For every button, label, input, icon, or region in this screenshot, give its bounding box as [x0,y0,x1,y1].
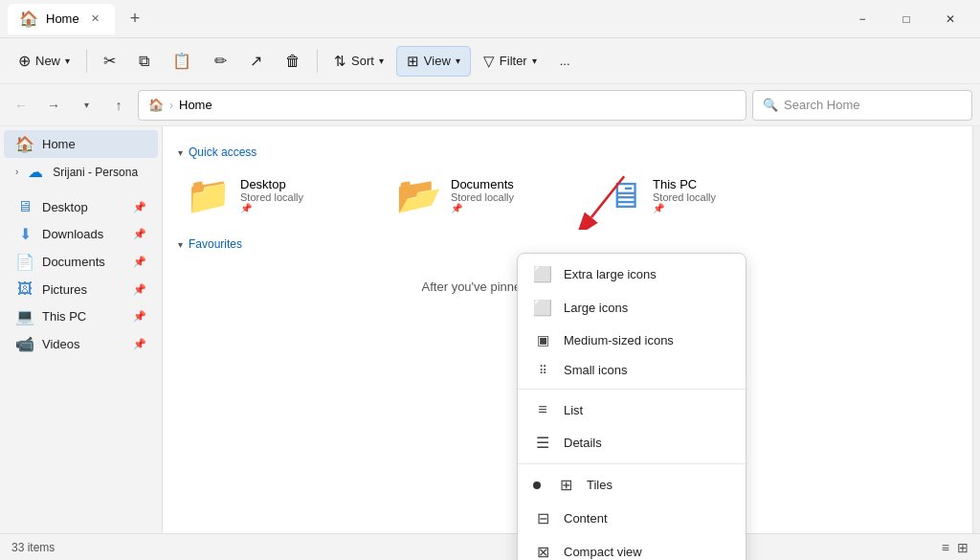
filter-button[interactable]: ▽ Filter ▾ [473,46,547,77]
pictures-label: Pictures [42,282,87,297]
documents-pin-icon: 📌 [133,256,146,268]
more-label: ... [560,54,570,68]
documents-label: Documents [42,255,105,269]
address-box[interactable]: 🏠 › Home [138,90,746,121]
extra-large-icon: ⬜ [533,265,552,283]
delete-icon: 🗑 [285,53,301,70]
menu-item-tiles[interactable]: ⊞ Tiles [518,468,746,502]
back-button[interactable]: ← [8,92,34,119]
downloads-pin-icon: 📌 [133,228,146,240]
toolbar-separator-2 [317,50,318,73]
sidebar-item-thispc[interactable]: 💻 This PC 📌 [4,302,158,330]
list-icon: ≡ [533,401,552,418]
menu-item-content[interactable]: ⊟ Content [518,502,746,535]
videos-label: Videos [42,337,80,351]
documents-file-sub: Stored locally [451,191,514,203]
menu-item-large-icons[interactable]: ⬜ Large icons [518,291,746,325]
search-box[interactable]: 🔍 Search Home [752,90,972,121]
new-tab-button[interactable]: + [122,5,148,33]
search-placeholder: Search Home [784,98,859,112]
home-address-icon: 🏠 [148,98,164,112]
thispc-icon: 💻 [15,307,34,325]
delete-button[interactable]: 🗑 [275,46,311,77]
sidebar-item-documents[interactable]: 📄 Documents 📌 [4,248,158,276]
address-bar-row: ← → ▾ ↑ 🏠 › Home 🔍 Search Home [0,84,980,126]
sidebar-item-downloads[interactable]: ⬇ Downloads 📌 [4,220,158,248]
expand-icon: › [15,167,18,177]
large-icons-label: Large icons [564,301,628,315]
status-right: ≡ ⊞ [942,540,969,555]
cut-icon: ✂ [103,52,116,70]
window-controls: − □ ✕ [840,4,972,34]
details-label: Details [564,436,602,450]
menu-item-medium-icons[interactable]: ▣ Medium-sized icons [518,325,746,355]
paste-icon: 📋 [172,52,191,70]
quick-access-label: Quick access [189,146,256,159]
sidebar-item-home[interactable]: 🏠 Home [4,130,158,158]
menu-item-extra-large-icons[interactable]: ⬜ Extra large icons [518,258,746,291]
small-icons-label: Small icons [564,363,627,377]
sidebar-item-desktop[interactable]: 🖥 Desktop 📌 [4,193,158,220]
new-chevron-icon: ▾ [65,56,70,66]
desktop-label: Desktop [42,200,88,214]
recent-button[interactable]: ▾ [73,92,100,119]
sidebar-item-persona[interactable]: › ☁ Srijani - Persona [4,158,158,186]
minimize-button[interactable]: − [840,4,884,34]
thispc-large-icon: 🖥 [607,175,643,216]
tab-close-button[interactable]: ✕ [87,11,103,27]
documents-icon: 📄 [15,253,34,271]
favourites-chevron[interactable]: ▾ [178,239,183,250]
menu-item-list[interactable]: ≡ List [518,393,746,426]
forward-button[interactable]: → [40,92,67,119]
favourites-header: ▾ Favourites [178,237,957,251]
documents-file-name: Documents [451,177,514,191]
documents-folder-icon: 📂 [396,174,441,216]
tab-home[interactable]: 🏠 Home ✕ [8,4,115,34]
menu-item-details[interactable]: ☰ Details [518,426,746,459]
paste-button[interactable]: 📋 [162,45,202,77]
videos-pin-icon: 📌 [133,338,146,350]
home-icon: 🏠 [15,135,34,153]
sidebar-item-videos[interactable]: 📹 Videos 📌 [4,330,158,358]
filter-chevron-icon: ▾ [532,56,537,66]
desktop-file-name: Desktop [240,177,303,191]
grid-view-icon[interactable]: ⊞ [957,540,969,555]
videos-icon: 📹 [15,335,34,353]
details-icon: ☰ [533,434,552,452]
menu-item-compact-view[interactable]: ⊠ Compact view [518,535,746,560]
view-button[interactable]: ⊞ View ▾ [396,46,471,77]
share-button[interactable]: ↗ [239,45,273,77]
large-icons-icon: ⬜ [533,299,552,317]
copy-button[interactable]: ⧉ [128,46,160,77]
desktop-folder-icon: 📁 [186,174,231,216]
home-tab-icon: 🏠 [19,10,38,28]
quick-access-chevron[interactable]: ▾ [178,147,183,158]
menu-item-small-icons[interactable]: ⠿ Small icons [518,355,746,385]
file-item-documents[interactable]: 📂 Documents Stored locally 📌 [389,168,580,222]
view-label: View [424,54,451,68]
up-button[interactable]: ↑ [105,92,132,119]
sort-label: Sort [351,54,374,68]
sort-button[interactable]: ⇅ Sort ▾ [323,46,394,77]
sidebar-item-pictures[interactable]: 🖼 Pictures 📌 [4,276,158,302]
view-dropdown-menu: ⬜ Extra large icons ⬜ Large icons ▣ Medi… [517,253,746,560]
maximize-button[interactable]: □ [884,4,928,34]
toolbar: ⊕ New ▾ ✂ ⧉ 📋 ✏ ↗ 🗑 ⇅ Sort ▾ ⊞ View ▾ ▽ … [0,38,980,84]
more-button[interactable]: ... [549,47,581,75]
favourites-label: Favourites [189,237,242,251]
cloud-icon: ☁ [26,163,45,181]
menu-separator-2 [518,463,746,464]
cut-button[interactable]: ✂ [93,45,126,77]
rename-button[interactable]: ✏ [204,45,237,77]
new-button[interactable]: ⊕ New ▾ [8,45,80,77]
main-content: 🏠 Home › ☁ Srijani - Persona 🖥 Desktop 📌… [0,126,980,533]
rename-icon: ✏ [214,52,227,70]
right-scrollbar[interactable] [972,126,980,533]
documents-pin-marker: 📌 [451,203,514,213]
file-item-desktop[interactable]: 📁 Desktop Stored locally 📌 [178,168,369,222]
downloads-icon: ⬇ [15,225,34,243]
list-view-icon[interactable]: ≡ [942,540,949,555]
file-item-thispc[interactable]: 🖥 This PC Stored locally 📌 [599,168,791,222]
close-button[interactable]: ✕ [928,4,972,34]
filter-label: Filter [500,54,527,68]
